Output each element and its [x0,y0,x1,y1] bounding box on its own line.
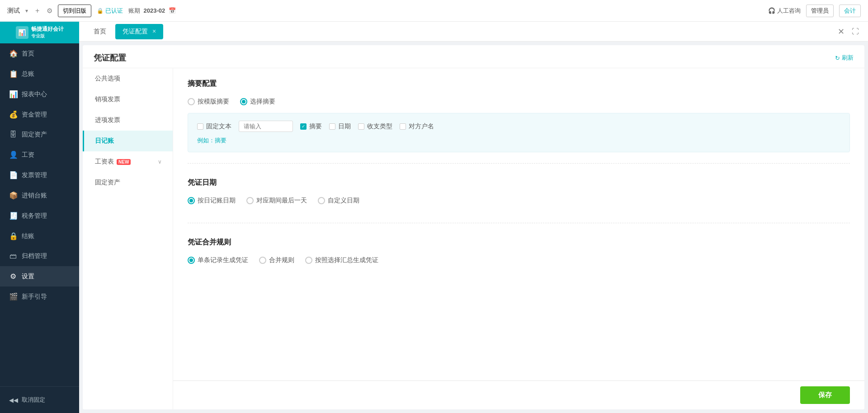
settings-sidebar-icon: ⚙ [9,272,17,281]
sidebar-scroll: 🏠 首页 📋 总账 📊 报表中心 💰 资金管理 🗄 固定资产 👤 工资 [0,43,79,386]
tab-bar: 首页 凭证配置 × ✕ ⛶ [79,22,868,42]
checkbox-fixed-text[interactable]: 固定文本 [197,122,231,131]
summary-section: 摘要配置 按模版摘要 选择摘要 [188,79,850,164]
date-radio-diary[interactable]: 按日记账日期 [188,197,236,205]
checkbox-box-fixed-text [197,123,203,130]
sidebar-item-archive[interactable]: 🗃 归档管理 [0,246,79,266]
sidebar-item-invoice[interactable]: 📄 发票管理 [0,165,79,185]
save-button[interactable]: 保存 [800,386,850,404]
left-nav-diary[interactable]: 日记账 [83,131,173,151]
tab-voucher-label: 凭证配置 [123,28,148,35]
sidebar-item-guide[interactable]: 🎬 新手引导 [0,286,79,307]
checkbox-summary[interactable]: ✓ 摘要 [300,122,322,131]
archive-icon: 🗃 [9,252,17,260]
pin-icon: ◀◀ [9,397,18,404]
date-section: 凭证日期 按日记账日期 对应期间最后一天 [188,178,850,223]
payroll-label-group: 工资表 NEW [95,158,131,166]
date-section-title: 凭证日期 [188,178,850,188]
left-nav-payroll[interactable]: 工资表 NEW ∨ [83,151,173,172]
sidebar-item-reports[interactable]: 📊 报表中心 [0,84,79,104]
topbar: 测试 ▾ + ⚙ 切到旧版 已认证 账期 2023-02 📅 🎧 人工咨询 管理… [0,0,868,22]
sidebar-item-ledger[interactable]: 📋 总账 [0,64,79,84]
reports-icon: 📊 [9,90,17,99]
left-nav-purchase-invoice[interactable]: 进项发票 [83,110,173,131]
manager-button[interactable]: 管理员 [806,5,834,17]
radio-circle-template [188,98,195,105]
merge-radio-group: 单条记录生成凭证 合并规则 按照选择汇总生成凭证 [188,256,850,264]
sidebar-label-archive: 归档管理 [22,252,47,260]
settings-icon[interactable]: ⚙ [47,7,52,15]
left-nav-public[interactable]: 公共选项 [83,68,173,89]
tab-close-icon[interactable]: × [152,28,156,35]
ledger-icon: 📋 [9,70,17,78]
sidebar-item-settings[interactable]: ⚙ 设置 [0,266,79,286]
switch-old-button[interactable]: 切到旧版 [58,5,91,17]
chevron-down-icon: ∨ [158,159,162,165]
checkbox-area: 固定文本 ✓ 摘要 日期 [188,113,850,152]
tab-bar-close-button[interactable]: ✕ [836,25,846,38]
sidebar-item-funds[interactable]: 💰 资金管理 [0,104,79,125]
inner-layout: 公共选项 销项发票 进项发票 日记账 工资表 [83,68,864,409]
checkbox-pay-type[interactable]: 收支类型 [358,122,392,131]
project-dropdown-icon[interactable]: ▾ [25,8,28,14]
merge-section: 凭证合并规则 单条记录生成凭证 合并规则 [188,238,850,282]
accountant-button[interactable]: 会计 [839,5,861,17]
headset-icon: 🎧 [768,7,775,14]
checkbox-box-summary: ✓ [300,123,307,130]
guide-icon: 🎬 [9,292,17,301]
fixed-text-input[interactable] [239,121,293,132]
tab-home-label: 首页 [94,28,106,35]
add-icon[interactable]: + [33,7,41,15]
date-radio-period-last[interactable]: 对应期间最后一天 [246,197,307,205]
merge-radio-rule[interactable]: 合并规则 [259,256,294,264]
tab-home[interactable]: 首页 [86,24,113,39]
verified-badge: 已认证 [97,7,123,15]
main-layout: 📊 畅捷通好会计 专业版 🏠 首页 📋 总账 📊 报表中心 💰 资金管理 [0,22,868,413]
radio-circle-rule [259,257,266,264]
left-nav-sales-invoice[interactable]: 销项发票 [83,89,173,110]
sidebar-logo: 📊 畅捷通好会计 专业版 [0,22,79,43]
sidebar-item-sales[interactable]: 📦 进销台账 [0,185,79,206]
checkbox-date[interactable]: 日期 [329,122,351,131]
checkbox-box-pay-type [358,123,364,130]
sidebar-pin-button[interactable]: ◀◀ 取消固定 [0,391,79,408]
sidebar-item-assets[interactable]: 🗄 固定资产 [0,125,79,145]
tab-voucher-config[interactable]: 凭证配置 × [115,24,163,39]
checkbox-counterparty[interactable]: 对方户名 [400,122,434,131]
sidebar-label-reports: 报表中心 [22,90,47,99]
sales-icon: 📦 [9,191,17,200]
summary-radio-template[interactable]: 按模版摘要 [188,98,229,106]
close-period-icon: 🔒 [9,232,17,240]
consultant-button[interactable]: 🎧 人工咨询 [768,7,801,15]
checkbox-box-date [329,123,335,130]
home-icon: 🏠 [9,49,17,58]
sidebar-item-salary[interactable]: 👤 工资 [0,145,79,165]
sidebar-label-guide: 新手引导 [22,293,47,301]
example-text: 例如：摘要 [197,136,840,145]
verified-label: 已认证 [105,7,123,15]
merge-radio-single[interactable]: 单条记录生成凭证 [188,256,248,264]
radio-circle-select [240,98,247,105]
date-radio-group: 按日记账日期 对应期间最后一天 自定义日期 [188,197,850,205]
sidebar-bottom: ◀◀ 取消固定 [0,386,79,413]
left-nav-fixed-assets[interactable]: 固定资产 [83,172,173,193]
sidebar-label-assets: 固定资产 [22,131,47,139]
refresh-button[interactable]: ↻ 刷新 [835,54,854,62]
checkbox-box-counterparty [400,123,406,130]
merge-radio-select[interactable]: 按照选择汇总生成凭证 [305,256,378,264]
sidebar-item-close[interactable]: 🔒 结账 [0,226,79,246]
date-radio-custom[interactable]: 自定义日期 [318,197,359,205]
summary-radio-select[interactable]: 选择摘要 [240,98,275,106]
project-name: 测试 [7,7,20,15]
page-content: 凭证配置 ↻ 刷新 公共选项 销项发票 进项发票 [83,45,864,409]
content-area: 首页 凭证配置 × ✕ ⛶ 凭证配置 ↻ 刷新 [79,22,868,413]
calendar-icon[interactable]: 📅 [169,7,176,14]
sidebar-label-settings: 设置 [22,272,34,281]
right-content: 摘要配置 按模版摘要 选择摘要 [173,68,864,380]
tab-bar-expand-button[interactable]: ⛶ [850,26,861,38]
sidebar-item-home[interactable]: 🏠 首页 [0,43,79,64]
sidebar-label-ledger: 总账 [22,70,34,78]
sidebar-item-tax[interactable]: 🧾 税务管理 [0,206,79,226]
period-label: 账期 2023-02 📅 [128,7,175,15]
funds-icon: 💰 [9,110,17,119]
